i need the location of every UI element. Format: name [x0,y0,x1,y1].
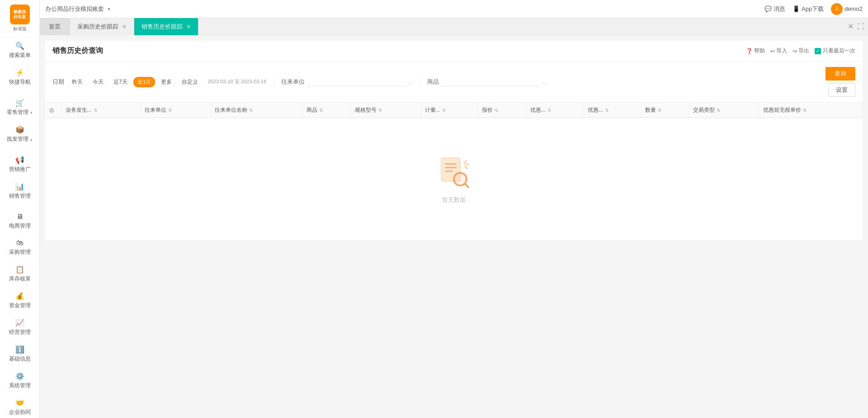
sort-icon: ⇅ [168,108,172,113]
import-button[interactable]: ↩ 导入 [770,47,787,55]
only-last-checkbox[interactable]: ✓ 只看最后一次 [815,47,855,55]
sidebar-item-finance[interactable]: 💰 资金管理 [0,287,39,314]
tab-sales-history[interactable]: 销售历史价跟踪 ✕ [134,18,198,35]
system-icon: ⚙️ [15,372,24,380]
date-range-display: 2023-02-18 至 2023-03-18 [208,78,266,85]
col-biz-date[interactable]: 业务发生...⇅ [61,103,141,118]
sidebar-item-shortcut[interactable]: ⚡ 快捷导航 [0,64,39,90]
topbar-dropdown-icon[interactable]: ▾ [108,6,110,12]
sidebar-item-ecommerce[interactable]: 🖥 电商管理 [0,208,39,234]
col-gear: ⚙ [45,103,61,118]
gear-icon[interactable]: ⚙ [49,107,55,114]
tab-purchase-label: 采购历史价跟踪 [77,23,118,31]
date-range-text: 2023-02-18 至 2023-03-18 [208,78,266,85]
sidebar-item-label: 资金管理 [9,302,31,309]
sidebar-item-basic[interactable]: ℹ️ 基础信息 [0,341,39,367]
sidebar-item-wholesale[interactable]: 📦 批发管理▴ [0,121,39,147]
goods-filter-input[interactable] [441,77,540,86]
settings-button[interactable]: 设置 [828,83,855,97]
sort-icon: ⇅ [605,108,609,113]
data-table: ⚙ 业务发生...⇅ 往来单位⇅ 往来单位名称⇅ 商品⇅ [45,103,863,118]
sidebar-item-marketing[interactable]: 📢 营销推广 [0,151,39,178]
topbar-message[interactable]: 💬 消息 [764,5,785,13]
col-price[interactable]: 报价⇅ [478,103,527,118]
marketing-icon: 📢 [15,156,24,164]
filter-btn-group: 查询 设置 [826,67,855,97]
query-button[interactable]: 查询 [826,67,855,81]
tabbar: 首页 采购历史价跟踪 ✕ 销售历史价跟踪 ✕ ✕ ⛶ [40,18,868,35]
col-partner-name[interactable]: 往来单位名称⇅ [211,103,302,118]
sidebar-item-label: 采购管理 [9,248,31,256]
sidebar-item-label: 零售管理▾ [7,109,33,116]
page-header-actions: ❓ 帮助 ↩ 导入 ↪ 导出 ✓ 只看最后一次 [746,47,855,55]
message-icon: 💬 [764,5,772,12]
date-btn-custom[interactable]: 自定义 [178,77,202,87]
sort-icon: ⇅ [717,108,720,113]
sidebar-item-purchase[interactable]: 🛍 采购管理 [0,234,39,261]
sidebar-item-retail[interactable]: 🛒 零售管理▾ [0,94,39,121]
tab-home[interactable]: 首页 [40,18,70,35]
col-discount2[interactable]: 优惠...⇅ [584,103,641,118]
maximize-button[interactable]: ⛶ [857,23,864,31]
export-button[interactable]: ↪ 导出 [793,47,809,55]
partner-filter-input[interactable] [307,77,406,86]
col-pretax-price[interactable]: 优惠前无税单价⇅ [760,103,863,118]
sidebar-item-label: 库存核算 [9,275,31,283]
retail-icon: 🛒 [15,99,24,107]
ecommerce-icon: 🖥 [16,213,24,221]
col-spec[interactable]: 规格型号⇅ [351,103,421,118]
sidebar-item-sales-mgmt[interactable]: 📊 销售管理 [0,178,39,204]
sidebar-item-operations[interactable]: 📈 经营管理 [0,314,39,341]
date-btn-today[interactable]: 今天 [89,77,108,87]
sidebar-item-search[interactable]: 🔍 搜索菜单 [0,37,39,64]
svg-line-9 [465,166,467,169]
partner-filter-ellipsis: ... [408,79,412,85]
col-goods[interactable]: 商品⇅ [302,103,351,118]
filter-row: 日期 昨天 今天 近7天 近1月 更多 自定义 2023-02-18 至 202… [52,67,855,97]
svg-rect-2 [445,163,457,165]
page-header: 销售历史价查询 ❓ 帮助 ↩ 导入 ↪ 导出 ✓ 只看最后一次 [45,41,863,62]
goods-filter-ellipsis: ... [542,79,547,85]
wholesale-icon: 📦 [15,125,24,134]
purchase-icon: 🛍 [16,239,24,247]
sort-icon: ⇅ [495,108,498,113]
sort-icon: ⇅ [658,108,661,113]
empty-illustration [436,154,472,190]
only-last-label: 只看最后一次 [823,47,855,55]
date-btn-yesterday[interactable]: 昨天 [68,77,87,87]
date-btn-1month[interactable]: 近1月 [133,77,156,87]
close-window-button[interactable]: ✕ [848,22,854,31]
operations-icon: 📈 [15,318,24,327]
col-unit[interactable]: 计量...⇅ [421,103,478,118]
partner-filter-label: 往来单位 [281,78,305,86]
table-header: ⚙ 业务发生...⇅ 往来单位⇅ 往来单位名称⇅ 商品⇅ [45,103,863,118]
col-trade-type[interactable]: 交易类型⇅ [689,103,760,118]
date-btn-more[interactable]: 更多 [157,77,176,87]
sidebar-item-label: 电商管理 [9,222,31,230]
sidebar-item-inventory[interactable]: 📋 库存核算 [0,261,39,287]
col-qty[interactable]: 数量⇅ [641,103,689,118]
tab-sales-close[interactable]: ✕ [186,24,191,30]
checkbox-icon: ✓ [815,48,821,54]
topbar-title: 办公用品行业模拟账套 [45,5,104,13]
sort-icon: ⇅ [378,108,382,113]
col-partner-code[interactable]: 往来单位⇅ [141,103,211,118]
empty-state: 暂无数据 [45,118,863,240]
help-button[interactable]: ❓ 帮助 [746,47,765,55]
topbar-app-download[interactable]: 📱 App下载 [793,5,824,13]
topbar-right: 💬 消息 📱 App下载 D demo2 [764,3,863,15]
date-btn-group: 昨天 今天 近7天 近1月 更多 自定义 [68,77,202,87]
sidebar-item-enterprise[interactable]: 🤝 企业协同 [0,394,39,418]
col-discount1[interactable]: 优惠...⇅ [527,103,584,118]
main-area: 办公用品行业模拟账套 ▾ 💬 消息 📱 App下载 D demo2 首页 采购历… [40,0,868,418]
tab-purchase-close[interactable]: ✕ [122,24,127,30]
svg-rect-4 [445,171,453,172]
sidebar-item-label: 销售管理 [9,192,31,200]
sidebar-item-system[interactable]: ⚙️ 系统管理 [0,367,39,394]
sort-icon: ⇅ [319,108,323,113]
topbar-user[interactable]: D demo2 [831,3,863,15]
sort-icon: ⇅ [547,108,551,113]
date-btn-7days[interactable]: 近7天 [109,77,132,87]
tab-purchase-history[interactable]: 采购历史价跟踪 ✕ [70,18,134,35]
message-label: 消息 [774,5,785,13]
